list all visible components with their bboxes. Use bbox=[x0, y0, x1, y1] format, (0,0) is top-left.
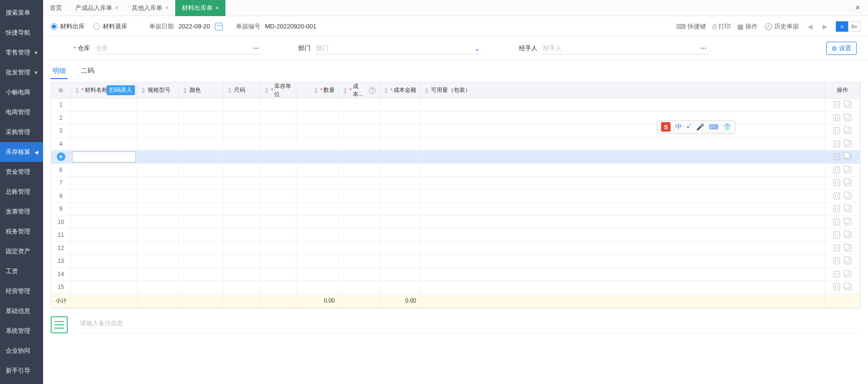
cell[interactable] bbox=[296, 112, 339, 125]
subtab-2d[interactable]: 二码 bbox=[79, 64, 96, 79]
copy-row-icon[interactable] bbox=[845, 219, 851, 225]
cell[interactable] bbox=[137, 112, 179, 125]
cell[interactable] bbox=[137, 151, 179, 163]
tab[interactable]: 产成品入库单× bbox=[69, 0, 125, 16]
radio-material-return[interactable]: 材料退库 bbox=[93, 22, 127, 31]
cell[interactable] bbox=[137, 268, 179, 281]
delete-row-icon[interactable] bbox=[833, 193, 840, 199]
th-avail[interactable]: ▲▼可用量（包装） bbox=[421, 82, 825, 98]
remark-template-icon[interactable] bbox=[51, 316, 68, 333]
warehouse-input[interactable]: 仓库 ⋯ bbox=[95, 43, 260, 54]
sidebar-item[interactable]: 电商管理 bbox=[0, 102, 43, 122]
cell[interactable] bbox=[224, 164, 260, 177]
table-row[interactable]: 10 bbox=[51, 216, 860, 229]
sidebar-item[interactable]: 小畅电商 bbox=[0, 82, 43, 102]
cell[interactable] bbox=[339, 112, 380, 125]
cell[interactable] bbox=[224, 190, 260, 203]
cell[interactable] bbox=[224, 242, 260, 255]
cell[interactable] bbox=[380, 242, 421, 255]
radio-material-out[interactable]: 材料出库 bbox=[51, 22, 85, 31]
cell[interactable] bbox=[339, 125, 380, 137]
cell[interactable] bbox=[380, 125, 421, 137]
cell[interactable] bbox=[421, 164, 825, 177]
sidebar-item[interactable]: 税务管理 bbox=[0, 222, 43, 241]
delete-row-icon[interactable] bbox=[833, 284, 840, 290]
cell[interactable] bbox=[224, 281, 260, 294]
sidebar-item[interactable]: 搜索菜单 bbox=[0, 3, 43, 23]
copy-row-icon[interactable] bbox=[845, 245, 851, 251]
cell[interactable] bbox=[179, 125, 224, 137]
sort-icon[interactable]: ▲▼ bbox=[227, 87, 232, 94]
cell[interactable] bbox=[421, 151, 825, 163]
delete-row-icon[interactable] bbox=[833, 179, 840, 186]
warehouse-picker-icon[interactable]: ⋯ bbox=[249, 45, 260, 52]
calendar-icon[interactable] bbox=[215, 23, 223, 30]
cell-name[interactable] bbox=[71, 216, 137, 229]
table-row[interactable]: 3 bbox=[51, 125, 860, 138]
cell[interactable] bbox=[260, 151, 296, 163]
cell[interactable] bbox=[296, 281, 339, 294]
table-row[interactable]: 8 bbox=[51, 190, 860, 203]
view-toggle-list[interactable]: ≡ bbox=[836, 21, 848, 32]
cell[interactable] bbox=[179, 216, 224, 229]
cell[interactable] bbox=[179, 138, 224, 151]
cell-name[interactable] bbox=[71, 112, 137, 125]
sidebar-item[interactable]: 零售管理▼ bbox=[0, 43, 43, 63]
close-icon[interactable]: × bbox=[215, 5, 219, 11]
cell[interactable] bbox=[296, 177, 339, 189]
cell[interactable] bbox=[224, 216, 260, 229]
cell[interactable] bbox=[339, 242, 380, 255]
sidebar-item[interactable]: 经营管理 bbox=[0, 281, 43, 301]
copy-row-icon[interactable] bbox=[845, 193, 851, 199]
cell[interactable] bbox=[179, 281, 224, 294]
cell[interactable] bbox=[296, 229, 339, 241]
th-size[interactable]: ▲▼尺码 bbox=[224, 82, 260, 98]
cell-name[interactable] bbox=[71, 98, 137, 111]
sort-icon[interactable]: ▲▼ bbox=[313, 87, 318, 94]
copy-row-icon[interactable] bbox=[845, 232, 851, 238]
sidebar-item[interactable]: 系统管理 bbox=[0, 321, 43, 341]
history-button[interactable]: 🕘历史单据 bbox=[764, 22, 799, 31]
cell[interactable] bbox=[339, 138, 380, 151]
scan-input-badge[interactable]: 扫码录入 bbox=[107, 85, 135, 95]
cell[interactable] bbox=[296, 125, 339, 137]
table-row[interactable]: 14 bbox=[51, 268, 860, 281]
cell[interactable] bbox=[137, 98, 179, 111]
cell[interactable] bbox=[137, 125, 179, 137]
cell[interactable] bbox=[421, 125, 825, 137]
sort-icon[interactable]: ▲▼ bbox=[141, 87, 146, 94]
tab[interactable]: 首页 bbox=[43, 0, 69, 16]
ime-toolbar[interactable]: S 中 •ˇ 🎤 ⌨ 👕 bbox=[657, 120, 735, 134]
th-cost[interactable]: ▲▼*成本...? bbox=[339, 82, 380, 98]
cell[interactable] bbox=[339, 281, 380, 294]
table-row[interactable]: + bbox=[51, 151, 860, 164]
copy-row-icon[interactable] bbox=[845, 179, 851, 186]
table-row[interactable]: 2 bbox=[51, 112, 860, 125]
cell[interactable] bbox=[339, 255, 380, 268]
sidebar-item[interactable]: 工资 bbox=[0, 261, 43, 281]
cell[interactable] bbox=[224, 112, 260, 125]
cell[interactable] bbox=[421, 203, 825, 215]
cell[interactable] bbox=[339, 98, 380, 111]
cell[interactable] bbox=[339, 151, 380, 163]
cell[interactable] bbox=[260, 125, 296, 137]
cell[interactable] bbox=[224, 98, 260, 111]
cell-name[interactable] bbox=[71, 281, 137, 294]
cell[interactable] bbox=[137, 138, 179, 151]
sidebar-item[interactable]: 固定资产 bbox=[0, 241, 43, 261]
cell[interactable] bbox=[137, 164, 179, 177]
cell[interactable] bbox=[260, 229, 296, 241]
cell[interactable] bbox=[296, 138, 339, 151]
cell[interactable] bbox=[421, 112, 825, 125]
cell-name[interactable] bbox=[71, 151, 137, 163]
cell[interactable] bbox=[380, 268, 421, 281]
sidebar-item[interactable]: 资金管理 bbox=[0, 162, 43, 182]
delete-row-icon[interactable] bbox=[833, 115, 840, 121]
cell[interactable] bbox=[224, 268, 260, 281]
cell[interactable] bbox=[421, 98, 825, 111]
cell-name[interactable] bbox=[71, 268, 137, 281]
cell[interactable] bbox=[339, 203, 380, 215]
sort-icon[interactable]: ▲▼ bbox=[183, 87, 188, 94]
copy-row-icon[interactable] bbox=[845, 153, 851, 160]
sidebar-item[interactable]: 库存核算◀ bbox=[0, 142, 43, 162]
